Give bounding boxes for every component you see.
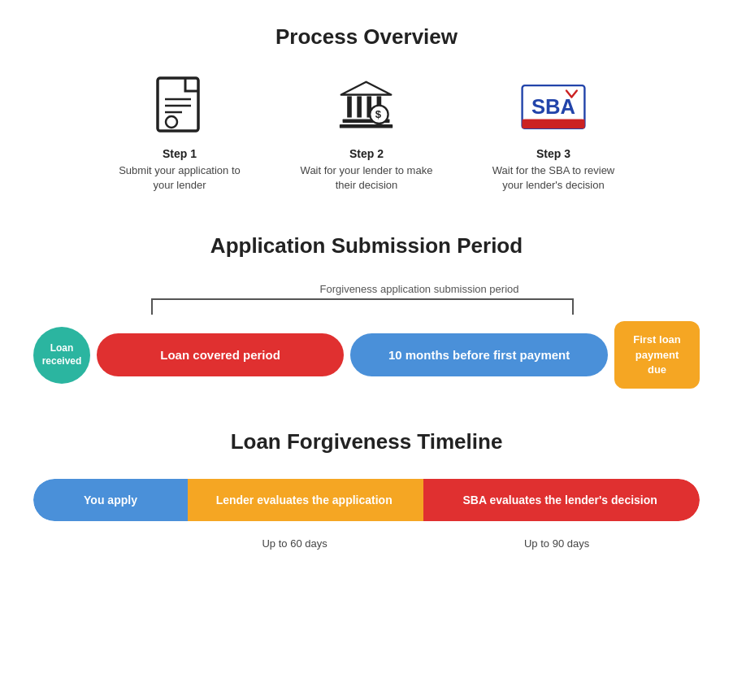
label-spacer (33, 537, 176, 550)
step1-desc: Submit your application to your lender (111, 163, 249, 193)
step3-icon: SBA (521, 74, 586, 139)
svg-point-5 (166, 116, 177, 128)
you-apply-bar: You apply (33, 479, 188, 521)
step2-icon: $ (334, 74, 399, 139)
svg-marker-10 (341, 82, 392, 95)
sba-evaluates-bar: SBA evaluates the lender's decision (411, 479, 700, 521)
label-90-days: Up to 90 days (414, 537, 700, 550)
lender-evaluates-bar: Lender evaluates the application (176, 479, 423, 521)
submission-timeline-row: Loan received Loan covered period 10 mon… (33, 321, 700, 389)
steps-row: Step 1 Submit your application to your l… (33, 74, 700, 193)
step2-label: Step 2 (349, 147, 384, 160)
svg-text:SBA: SBA (531, 95, 575, 118)
svg-rect-16 (340, 124, 393, 128)
step2-desc: Wait for your lender to make their decis… (297, 163, 436, 193)
first-payment-pill: First loan payment due (614, 321, 700, 389)
step3-desc: Wait for the SBA to review your lender's… (484, 163, 622, 193)
forgiveness-timeline-title: Loan Forgiveness Timeline (33, 429, 700, 454)
submission-timeline: Forgiveness application submission perio… (33, 283, 700, 389)
timeline-labels: Up to 60 days Up to 90 days (33, 537, 700, 550)
forgiveness-timeline-bar: You apply Lender evaluates the applicati… (33, 479, 700, 521)
label-60-days: Up to 60 days (176, 537, 414, 550)
forgiveness-timeline-section: Loan Forgiveness Timeline You apply Lend… (33, 429, 700, 550)
process-overview-title: Process Overview (33, 24, 700, 50)
submission-period-section: Application Submission Period Forgivenes… (33, 233, 700, 389)
page-container: Process Overview (0, 0, 733, 574)
svg-rect-21 (523, 119, 585, 128)
loan-received-circle: Loan received (33, 327, 90, 384)
step1-icon (147, 74, 212, 139)
step-1: Step 1 Submit your application to your l… (111, 74, 249, 193)
step1-label: Step 1 (163, 147, 197, 160)
step3-label: Step 3 (536, 147, 570, 160)
forgiveness-label: Forgiveness application submission perio… (139, 283, 700, 295)
ten-months-pill: 10 months before first payment (350, 333, 608, 376)
first-payment-text: First loan payment due (633, 333, 681, 375)
process-overview-section: Process Overview (33, 24, 700, 193)
step-3: SBA Step 3 Wait for the SBA to review yo… (484, 74, 622, 193)
submission-period-title: Application Submission Period (33, 233, 700, 259)
step-2: $ Step 2 Wait for your lender to make th… (297, 74, 436, 193)
loan-covered-pill: Loan covered period (97, 333, 344, 376)
loan-received-text: Loan received (33, 342, 90, 367)
bracket-line (151, 298, 574, 315)
svg-rect-11 (347, 96, 352, 117)
svg-rect-12 (357, 96, 362, 117)
svg-text:$: $ (375, 108, 382, 120)
